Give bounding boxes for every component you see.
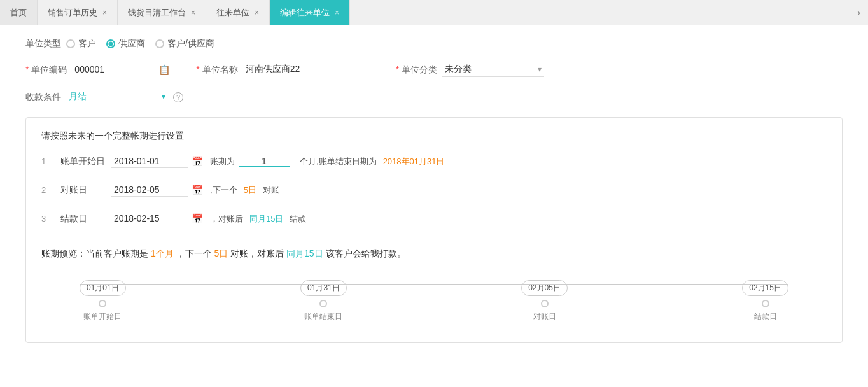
unit-type-field: 单位类型 客户 供应商 客户/供应商 [25,38,214,50]
payment-terms-arrow-icon: ▾ [162,92,165,101]
unit-code-icon[interactable]: 📋 [158,64,171,76]
data-row-2: 2 对账日 📅 ,下一个 5日 对账 [41,183,827,197]
payment-terms-select[interactable]: 月结 ▾ [66,90,168,104]
tab-close-cash-work[interactable]: × [191,8,195,17]
preview-part3: 同月15日 [286,248,323,258]
radio-both[interactable]: 客户/供应商 [155,38,214,50]
row-label-2: 对账日 [60,185,111,196]
node-dot-4 [762,300,769,307]
row-1-desc-suffix: 个月,账单结束日期为 [300,156,377,167]
row-label-3: 结款日 [60,213,111,225]
payment-terms-row: 收款条件 月结 ▾ ? [25,90,843,104]
node-badge-1: 01月01日 [80,280,126,296]
preview-middle2: 对账，对账后 [230,248,284,258]
row-num-3: 3 [41,214,60,223]
start-date-calendar-icon[interactable]: 📅 [192,156,204,167]
row-1-input-wrap: 📅 账期为 个月,账单结束日期为 2018年01月31日 [111,155,444,168]
timeline-node-3: 02月05日 对账日 [521,280,568,322]
preview-label: 账期预览：当前客户账期是 [41,248,148,258]
row-2-desc-part2: 对账 [263,185,279,196]
node-sub-1: 账单开始日 [83,311,122,322]
tab-edit-partner[interactable]: 编辑往来单位 × [270,0,350,25]
timeline-node-2: 01月31日 账单结束日 [300,280,347,322]
row-2-input-wrap: 📅 ,下一个 5日 对账 [111,183,279,197]
tab-home[interactable]: 首页 [0,0,38,25]
unit-info-row: 单位编码 📋 单位名称 单位分类 未分类 ▾ [25,62,843,77]
node-sub-4: 结款日 [754,311,777,322]
row-2-desc-part1: ,下一个 [210,185,237,196]
row-3-desc-part1: ，对账后 [210,213,243,225]
tab-bar: 首页 销售订单历史 × 钱货日清工作台 × 往来单位 × 编辑往来单位 × › [0,0,868,25]
main-content: 单位类型 客户 供应商 客户/供应商 单位编码 📋 [0,25,868,387]
reconcile-date-calendar-icon[interactable]: 📅 [192,185,204,196]
unit-code-field: 单位编码 📋 [25,63,171,76]
node-badge-2: 01月31日 [300,280,347,296]
start-date-input[interactable] [111,155,188,168]
unit-category-value: 未分类 [445,64,533,75]
unit-name-field: 单位名称 [196,63,357,76]
payment-terms-label: 收款条件 [25,92,61,103]
tab-partners[interactable]: 往来单位 × [206,0,270,25]
tab-sales-history[interactable]: 销售订单历史 × [38,0,118,25]
tab-close-partners[interactable]: × [255,8,259,17]
unit-name-input[interactable] [243,63,358,76]
timeline-node-4: 02月15日 结款日 [742,280,788,322]
period-preview: 账期预览：当前客户账期是 1个月 ，下一个 5日 对账，对账后 同月15日 该客… [41,241,827,267]
tab-cash-work[interactable]: 钱货日清工作台 × [118,0,206,25]
node-dot-3 [541,300,549,307]
row-3-desc-part2: 结款 [290,213,306,225]
timeline: 01月01日 账单开始日 01月31日 账单结束日 02月05日 对账日 [41,267,827,330]
timeline-node-1: 01月01日 账单开始日 [80,280,126,322]
node-badge-3: 02月05日 [521,280,568,296]
unit-category-field: 单位分类 未分类 ▾ [396,62,544,77]
node-sub-2: 账单结束日 [304,311,342,322]
row-3-highlight1: 同月15日 [249,213,283,225]
payment-terms-value: 月结 [69,91,157,102]
radio-circle-both [155,39,164,48]
preview-middle1: ，下一个 [176,248,212,258]
tab-more-button[interactable]: › [850,7,868,18]
preview-part2: 5日 [214,248,228,258]
row-2-highlight1: 5日 [244,185,256,196]
radio-supplier[interactable]: 供应商 [106,38,145,50]
node-sub-3: 对账日 [533,311,556,322]
payment-terms-field: 收款条件 月结 ▾ ? [25,90,183,104]
node-dot-2 [319,300,327,307]
reconcile-date-input[interactable] [111,183,188,197]
radio-customer[interactable]: 客户 [66,38,96,50]
row-3-input-wrap: 📅 ，对账后 同月15日 结款 [111,212,306,225]
tab-close-edit-partner[interactable]: × [335,8,339,17]
unit-type-radio-group: 客户 供应商 客户/供应商 [66,38,214,50]
row-1-highlight: 2018年01月31日 [383,156,445,167]
payment-date-input[interactable] [111,212,188,225]
row-num-2: 2 [41,185,60,195]
data-row-3: 3 结款日 📅 ，对账后 同月15日 结款 [41,212,827,225]
tab-close-sales-history[interactable]: × [102,8,107,17]
preview-part1: 1个月 [151,248,174,258]
section-instruction: 请按照未来的一个完整帐期进行设置 [41,130,827,142]
unit-category-label: 单位分类 [396,64,437,76]
radio-label-both: 客户/供应商 [167,38,214,50]
payment-date-calendar-icon[interactable]: 📅 [192,213,204,225]
payment-terms-help-icon[interactable]: ? [173,92,183,102]
radio-label-customer: 客户 [78,38,96,50]
timeline-nodes: 01月01日 账单开始日 01月31日 账单结束日 02月05日 对账日 [41,280,827,322]
radio-circle-supplier [106,39,115,48]
data-row-1: 1 账单开始日 📅 账期为 个月,账单结束日期为 2018年01月31日 [41,155,827,168]
radio-label-supplier: 供应商 [118,38,145,50]
unit-name-label: 单位名称 [196,64,237,76]
unit-category-select[interactable]: 未分类 ▾ [442,62,544,77]
row-label-1: 账单开始日 [60,156,111,167]
unit-category-arrow-icon: ▾ [538,65,542,74]
unit-code-label: 单位编码 [25,64,67,76]
row-num-1: 1 [41,157,60,166]
preview-suffix: 该客户会给我打款。 [326,248,406,258]
radio-circle-customer [66,39,75,48]
unit-type-row: 单位类型 客户 供应商 客户/供应商 [25,38,843,50]
unit-type-label: 单位类型 [25,38,61,50]
period-months-input[interactable] [239,156,290,167]
node-dot-1 [99,300,106,307]
unit-code-input[interactable] [72,63,155,76]
period-settings-section: 请按照未来的一个完整帐期进行设置 1 账单开始日 📅 账期为 个月,账单结束日期… [25,117,843,343]
node-badge-4: 02月15日 [742,280,788,296]
